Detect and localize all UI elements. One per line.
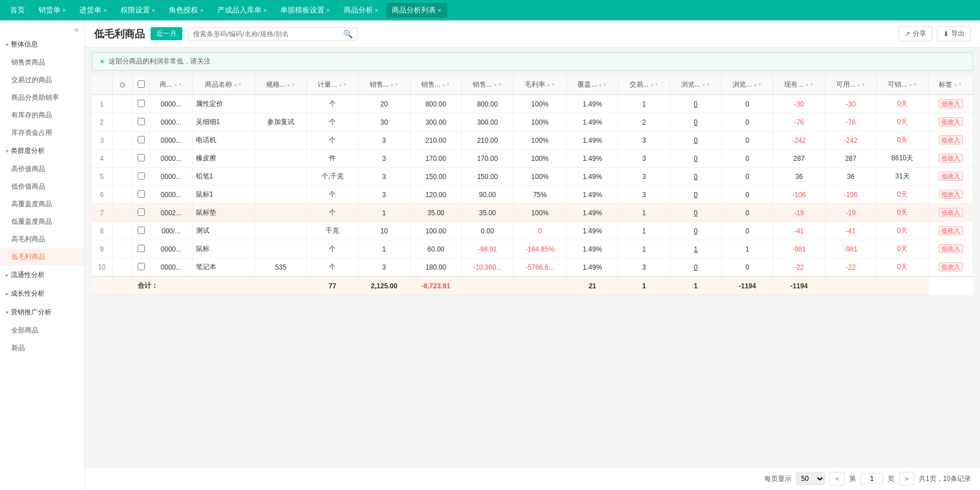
- col-spec[interactable]: 规格...▲▼: [255, 75, 306, 95]
- sidebar-item-sales-products[interactable]: 销售类商品: [0, 54, 84, 71]
- sort-icon[interactable]: ▲▼: [804, 82, 814, 87]
- cell-checkbox[interactable]: [133, 150, 150, 168]
- col-available[interactable]: 可用...▲▼: [825, 75, 876, 95]
- sidebar-item-high-margin[interactable]: 高毛利商品: [0, 231, 84, 248]
- cell-browse1[interactable]: 0: [670, 222, 721, 240]
- export-button[interactable]: ⬇ 导出: [937, 26, 971, 41]
- col-saleable[interactable]: 可销...▲▼: [876, 75, 928, 95]
- date-filter-button[interactable]: 近一月: [151, 27, 182, 40]
- col-sales-profit[interactable]: 销售...▲▼: [461, 75, 513, 95]
- nav-close-icon[interactable]: ×: [62, 7, 66, 14]
- browse1-link[interactable]: 0: [694, 173, 698, 181]
- col-tag[interactable]: 标签▲▼: [928, 75, 973, 95]
- cell-checkbox[interactable]: [133, 113, 150, 131]
- settings-icon[interactable]: ⚙: [119, 80, 126, 90]
- cell-checkbox[interactable]: [133, 258, 150, 277]
- row-checkbox[interactable]: [138, 118, 145, 125]
- nav-close-icon[interactable]: ×: [152, 7, 155, 14]
- sidebar-item-low-margin[interactable]: 低毛利商品: [0, 248, 84, 266]
- browse1-link[interactable]: 0: [694, 263, 698, 271]
- col-sales-price[interactable]: 销售...▲▼: [410, 75, 461, 95]
- row-checkbox[interactable]: [138, 208, 145, 216]
- data-table-container[interactable]: ⚙ 商...▲▼ 商品名称▲▼ 规格...▲▼ 计量...▲▼ 销售...▲▼ …: [92, 75, 973, 467]
- nav-product-entry[interactable]: 产成品入库单 ×: [212, 3, 272, 18]
- nav-purchase-order[interactable]: 进货单 ×: [74, 3, 112, 18]
- nav-sales-order[interactable]: 销货单 ×: [33, 3, 71, 18]
- sort-icon[interactable]: ▲▼: [546, 82, 555, 87]
- select-all-checkbox[interactable]: [138, 80, 145, 88]
- nav-template-settings[interactable]: 单据模板设置 ×: [275, 3, 335, 18]
- nav-close-icon[interactable]: ×: [438, 7, 441, 14]
- col-coverage[interactable]: 覆盖...▲▼: [567, 75, 618, 95]
- sidebar-item-high-coverage[interactable]: 高覆盖度商品: [0, 195, 84, 213]
- cell-checkbox[interactable]: [133, 131, 150, 150]
- cell-checkbox[interactable]: [133, 204, 150, 222]
- sidebar-item-traded-products[interactable]: 交易过的商品: [0, 71, 84, 89]
- sort-icon[interactable]: ▲▼: [650, 82, 659, 87]
- row-checkbox[interactable]: [138, 154, 145, 161]
- sidebar-item-new-products[interactable]: 新品: [0, 339, 84, 357]
- search-icon[interactable]: 🔍: [343, 29, 353, 39]
- page-number-input[interactable]: [861, 473, 883, 484]
- col-browse2[interactable]: 浏览...▲▼: [721, 75, 773, 95]
- sidebar-group-growth[interactable]: ▸ 成长性分析: [0, 284, 84, 303]
- sort-icon[interactable]: ▲▼: [338, 82, 347, 87]
- sort-icon[interactable]: ▲▼: [390, 82, 399, 87]
- cell-browse1[interactable]: 0: [670, 95, 721, 113]
- sidebar-group-overall[interactable]: ▾ 整体信息: [0, 35, 84, 54]
- sidebar-item-category-rate[interactable]: 商品分类助销率: [0, 89, 84, 106]
- nav-role-auth[interactable]: 角色授权 ×: [163, 3, 209, 18]
- cell-browse1[interactable]: 0: [670, 258, 721, 277]
- sidebar-item-all-products[interactable]: 全部商品: [0, 322, 84, 339]
- browse1-link[interactable]: 0: [694, 191, 698, 199]
- sidebar-group-marketing[interactable]: ▾ 营销推广分析: [0, 303, 84, 322]
- sidebar-item-high-value[interactable]: 高价值商品: [0, 160, 84, 178]
- sidebar-group-cluster[interactable]: ▾ 类群度分析: [0, 142, 84, 160]
- share-button[interactable]: ↗ 分享: [898, 26, 932, 41]
- cell-browse1[interactable]: 0: [670, 113, 721, 131]
- nav-close-icon[interactable]: ×: [103, 7, 106, 14]
- nav-close-icon[interactable]: ×: [263, 7, 267, 14]
- col-code[interactable]: 商...▲▼: [150, 75, 192, 95]
- nav-product-analysis[interactable]: 商品分析 ×: [338, 3, 384, 18]
- sidebar-item-low-value[interactable]: 低价值商品: [0, 178, 84, 195]
- cell-checkbox[interactable]: [133, 168, 150, 186]
- row-checkbox[interactable]: [138, 227, 145, 234]
- sort-icon[interactable]: ▲▼: [953, 82, 962, 87]
- sidebar-item-stocked-products[interactable]: 有库存的商品: [0, 106, 84, 124]
- col-browse1[interactable]: 浏览...▲▼: [670, 75, 721, 95]
- cell-browse1[interactable]: 0: [670, 168, 721, 186]
- sort-icon[interactable]: ▲▼: [753, 82, 762, 87]
- sort-icon[interactable]: ▲▼: [701, 82, 711, 87]
- cell-browse1[interactable]: 1: [670, 240, 721, 258]
- sidebar-item-low-coverage[interactable]: 低覆盖度商品: [0, 213, 84, 231]
- col-current-stock[interactable]: 现有...▲▼: [773, 75, 825, 95]
- sidebar-item-stock-capital[interactable]: 库存资金占用: [0, 124, 84, 142]
- cell-checkbox[interactable]: [133, 222, 150, 240]
- cell-browse1[interactable]: 0: [670, 150, 721, 168]
- col-unit[interactable]: 计量...▲▼: [307, 75, 358, 95]
- browse1-link[interactable]: 0: [694, 155, 698, 163]
- cell-checkbox[interactable]: [133, 240, 150, 258]
- page-size-select[interactable]: 50 100 200: [796, 472, 825, 485]
- nav-permissions[interactable]: 权限设置 ×: [115, 3, 161, 18]
- col-transaction[interactable]: 交易...▲▼: [618, 75, 670, 95]
- sort-icon[interactable]: ▲▼: [857, 82, 866, 87]
- row-checkbox[interactable]: [138, 136, 145, 143]
- sort-icon[interactable]: ▲▼: [286, 82, 296, 87]
- row-checkbox[interactable]: [138, 172, 145, 180]
- nav-product-analysis-list[interactable]: 商品分析列表 ×: [386, 3, 447, 18]
- col-gross-rate[interactable]: 毛利率▲▼: [513, 75, 567, 95]
- collapse-button[interactable]: «: [72, 24, 81, 35]
- sort-icon[interactable]: ▲▼: [908, 82, 917, 87]
- col-settings[interactable]: ⚙: [112, 75, 133, 95]
- row-checkbox[interactable]: [138, 245, 145, 252]
- sidebar-group-circulation[interactable]: ▸ 流通性分析: [0, 266, 84, 284]
- search-input[interactable]: [193, 30, 343, 38]
- sort-icon[interactable]: ▲▼: [598, 82, 607, 87]
- row-checkbox[interactable]: [138, 263, 145, 270]
- cell-checkbox[interactable]: [133, 95, 150, 113]
- browse1-link[interactable]: 0: [694, 118, 698, 126]
- nav-close-icon[interactable]: ×: [375, 7, 378, 14]
- browse1-link[interactable]: 0: [694, 100, 698, 108]
